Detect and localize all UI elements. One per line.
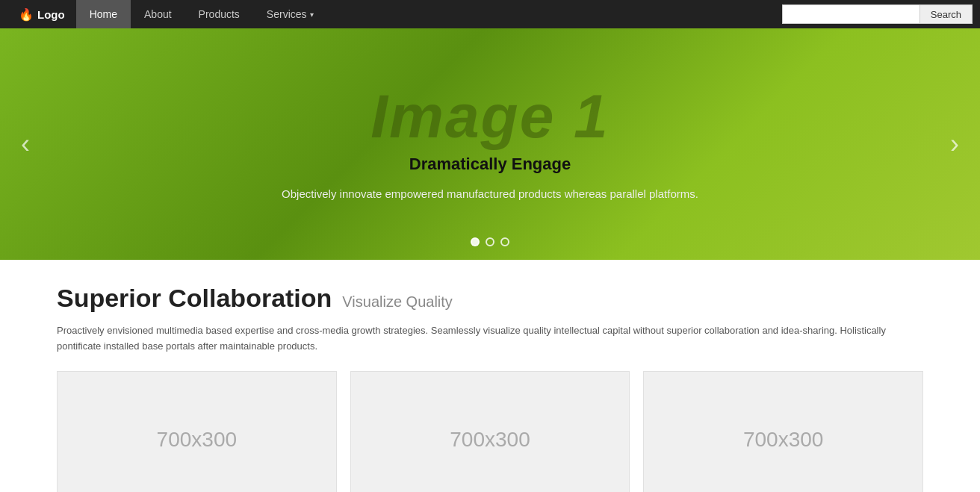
main-content: Superior Collaboration Visualize Quality…	[0, 260, 980, 492]
search-input[interactable]	[782, 4, 920, 24]
image-grid: 700x300 700x300 700x300	[57, 371, 923, 492]
carousel-next-button[interactable]: ›	[937, 121, 973, 167]
image-placeholder-1: 700x300	[57, 371, 337, 492]
carousel-prev-button[interactable]: ‹	[7, 121, 43, 167]
image-placeholder-label-3: 700x300	[743, 428, 823, 452]
nav-logo[interactable]: 🔥 Logo	[7, 0, 76, 28]
logo-label: Logo	[37, 8, 65, 21]
image-placeholder-2: 700x300	[350, 371, 630, 492]
nav-links: Home About Products Services ▾	[76, 0, 327, 28]
nav-search: Search	[782, 0, 980, 28]
carousel-indicator-3[interactable]	[500, 237, 509, 246]
image-placeholder-label-1: 700x300	[157, 428, 237, 452]
nav-link-home[interactable]: Home	[76, 0, 131, 28]
carousel-title: Dramatically Engage	[282, 155, 698, 174]
carousel-image-label: Image 1	[282, 86, 698, 147]
nav-link-services[interactable]: Services ▾	[253, 0, 327, 28]
image-placeholder-label-2: 700x300	[450, 428, 530, 452]
section-header: Superior Collaboration Visualize Quality	[57, 284, 923, 313]
carousel-description: Objectively innovate empowered manufactu…	[282, 186, 698, 203]
carousel-indicator-1[interactable]	[471, 237, 480, 246]
flame-icon: 🔥	[19, 7, 34, 22]
navbar: 🔥 Logo Home About Products Services ▾ Se…	[0, 0, 980, 28]
carousel-content: Image 1 Dramatically Engage Objectively …	[222, 86, 758, 203]
carousel: ‹ Image 1 Dramatically Engage Objectivel…	[0, 28, 980, 260]
search-button[interactable]: Search	[920, 4, 973, 24]
carousel-indicators	[471, 237, 509, 246]
section-description: Proactively envisioned multimedia based …	[57, 323, 923, 355]
section-title: Superior Collaboration	[57, 284, 332, 313]
image-placeholder-3: 700x300	[643, 371, 923, 492]
carousel-indicator-2[interactable]	[486, 237, 494, 246]
section-subtitle: Visualize Quality	[342, 293, 452, 311]
chevron-down-icon: ▾	[310, 10, 314, 19]
nav-link-about[interactable]: About	[131, 0, 185, 28]
nav-link-products[interactable]: Products	[185, 0, 253, 28]
